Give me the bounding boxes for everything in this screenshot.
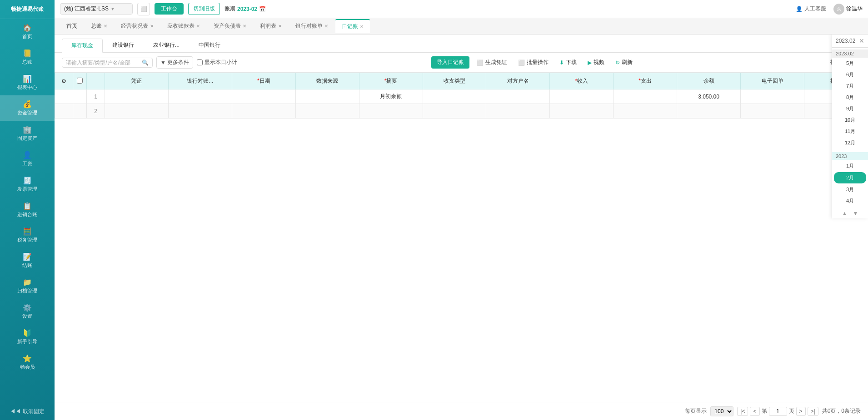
company-selector[interactable]: (勉) 江西睿宝-LSS ▼: [60, 3, 133, 15]
show-today-checkbox[interactable]: [197, 59, 203, 65]
calendar-panel: 2023.02 ✕ 2023.02 5月 6月 7月 8月 9月 10月 11月…: [832, 35, 868, 218]
per-page-select[interactable]: 100: [710, 406, 733, 416]
close-icon[interactable]: ✕: [324, 24, 328, 29]
sidebar-item-close[interactable]: 📝 结账: [0, 248, 55, 273]
tab-receivables[interactable]: 应收账款表 ✕: [161, 20, 206, 33]
close-icon[interactable]: ✕: [104, 24, 107, 29]
month-item-3[interactable]: 3月: [832, 184, 868, 195]
copy-icon[interactable]: ⬜: [137, 3, 150, 15]
row-receipt: [741, 89, 804, 104]
subtab-ccb[interactable]: 建设银行: [103, 38, 144, 52]
next-page-button[interactable]: >: [796, 407, 806, 416]
page-input[interactable]: [769, 407, 787, 416]
tab-bank-statement[interactable]: 银行对账单 ✕: [289, 20, 334, 33]
row-counterpart: [486, 104, 550, 119]
tab-balance-sheet[interactable]: 资产负债表 ✕: [207, 20, 253, 33]
prev-year-label[interactable]: 2023.02: [832, 49, 868, 58]
row-num: 2: [87, 104, 105, 119]
search-icon[interactable]: 🔍: [142, 59, 149, 66]
month-item-5[interactable]: 5月: [832, 58, 868, 69]
sidebar-item-assets[interactable]: 🏢 固定资产: [0, 121, 55, 146]
close-icon[interactable]: ✕: [243, 24, 246, 29]
month-item-7[interactable]: 7月: [832, 80, 868, 92]
sidebar-item-salary[interactable]: 👤 工资: [0, 146, 55, 172]
source-col-header: 数据来源: [295, 73, 359, 89]
search-box[interactable]: 🔍: [62, 58, 153, 68]
tab-home[interactable]: 首页: [60, 20, 84, 33]
customer-service-button[interactable]: 👤 人工客服: [796, 5, 826, 13]
table-row: 1 月初余额 3,050.00: [55, 89, 868, 104]
month-item-9[interactable]: 9月: [832, 103, 868, 114]
sidebar-item-archive[interactable]: 📁 归档管理: [0, 273, 55, 299]
sidebar-item-inventory[interactable]: 📋 进销台账: [0, 197, 55, 222]
sidebar-item-guide[interactable]: 🔰 新手引导: [0, 324, 55, 350]
content-toolbar: 🔍 ▼ 更多条件 显示本日小计 导入日记账 ⬜ 生成凭证 ⬜ 批量操作 ⬇ 下载: [55, 53, 868, 73]
tab-profit[interactable]: 利润表 ✕: [254, 20, 288, 33]
sidebar-item-invoice[interactable]: 🧾 发票管理: [0, 172, 55, 197]
row-type: [423, 89, 486, 104]
video-button[interactable]: ▶ 视频: [584, 57, 608, 68]
month-item-4[interactable]: 4月: [832, 195, 868, 207]
sidebar-item-home[interactable]: 🏠 首页: [0, 19, 55, 44]
filter-button[interactable]: ▼ 更多条件: [156, 56, 193, 69]
subtab-boc[interactable]: 中国银行: [189, 38, 230, 52]
settings-icon: ⚙️: [23, 303, 32, 312]
row-expense: [614, 104, 677, 119]
close-icon[interactable]: ✕: [360, 24, 364, 29]
current-year-label[interactable]: 2023: [832, 152, 868, 160]
close-icon[interactable]: ✕: [196, 24, 200, 29]
sidebar-item-settings[interactable]: ⚙️ 设置: [0, 299, 55, 324]
close-icon[interactable]: ✕: [150, 24, 154, 29]
row-bank: [168, 104, 232, 119]
check-col-header[interactable]: [73, 73, 87, 89]
row-settings: [55, 89, 73, 104]
calendar-prev-icon[interactable]: ▲: [842, 210, 848, 217]
month-item-1[interactable]: 1月: [832, 160, 868, 172]
sidebar-item-reports[interactable]: 📊 报表中心: [0, 70, 55, 95]
num-col-header: [87, 73, 105, 89]
video-icon: ▶: [588, 59, 592, 66]
sidebar-item-tax[interactable]: 🧮 税务管理: [0, 222, 55, 248]
counterpart-col-header: 对方户名: [486, 73, 550, 89]
user-profile-button[interactable]: 头 徐温华: [833, 4, 863, 15]
month-item-8[interactable]: 8月: [832, 92, 868, 103]
prev-page-button[interactable]: <: [750, 407, 759, 416]
calendar-close-button[interactable]: ✕: [859, 37, 864, 44]
batch-button[interactable]: ⬜ 批量操作: [514, 57, 552, 68]
close-icon[interactable]: ✕: [278, 24, 282, 29]
app-logo: 畅捷通易代账: [0, 0, 55, 19]
tab-business-report[interactable]: 经营状况表 ✕: [115, 20, 160, 33]
sidebar-item-member[interactable]: ⭐ 畅会员: [0, 350, 55, 375]
subtab-cash[interactable]: 库存现金: [62, 39, 103, 53]
select-all-checkbox[interactable]: [77, 78, 83, 84]
month-item-10[interactable]: 10月: [832, 114, 868, 126]
refresh-button[interactable]: ↻ 刷新: [612, 57, 636, 68]
calendar-next-icon[interactable]: ▼: [853, 210, 858, 217]
period-edit-icon[interactable]: 📅: [259, 6, 266, 12]
page-nav: |< < 第 页 > >|: [737, 407, 818, 416]
sidebar-item-cashflow[interactable]: 💰 资金管理: [0, 95, 55, 121]
subtab-abc[interactable]: 农业银行...: [144, 38, 189, 52]
month-item-6[interactable]: 6月: [832, 69, 868, 80]
download-button[interactable]: ⬇ 下载: [556, 57, 580, 68]
import-button[interactable]: 导入日记账: [431, 56, 469, 69]
voucher-button[interactable]: ⬜ 生成凭证: [473, 57, 511, 68]
old-version-button[interactable]: 切到旧版: [188, 3, 220, 15]
year-section-prev: 2023.02 5月 6月 7月 8月 9月 10月 11月 12月: [832, 48, 868, 150]
tab-ledger[interactable]: 总账 ✕: [85, 20, 114, 33]
month-item-2-active[interactable]: 2月: [834, 172, 866, 183]
show-today-checkbox-label[interactable]: 显示本日小计: [197, 59, 237, 66]
invoice-icon: 🧾: [23, 176, 32, 185]
month-item-11[interactable]: 11月: [832, 126, 868, 137]
tab-journal[interactable]: 日记账 ✕: [335, 19, 370, 33]
search-input[interactable]: [66, 59, 140, 66]
last-page-button[interactable]: >|: [808, 407, 818, 416]
settings-col-header[interactable]: ⚙: [55, 73, 73, 89]
footer: 每页显示 100 |< < 第 页 > >| 共0页，0条记录: [55, 402, 868, 420]
sidebar-item-ledger[interactable]: 📒 总账: [0, 44, 55, 70]
first-page-button[interactable]: |<: [737, 407, 748, 416]
workspace-button[interactable]: 工作台: [155, 3, 184, 15]
month-item-12[interactable]: 12月: [832, 137, 868, 148]
unpin-button[interactable]: ◀◀ 取消固定: [0, 403, 55, 420]
batch-icon: ⬜: [518, 59, 525, 66]
